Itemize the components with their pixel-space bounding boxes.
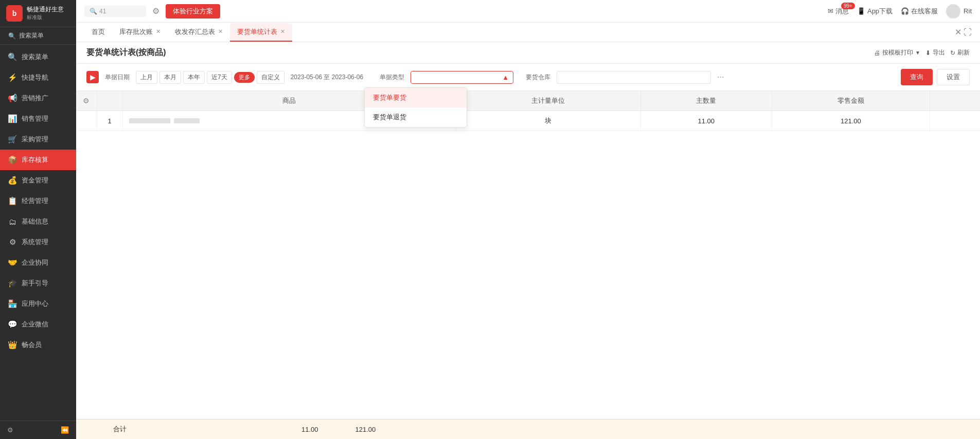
nav-icon-sales: 📊 [7, 114, 17, 124]
product-code-placeholder [174, 118, 200, 123]
tab-receipt[interactable]: 收发存汇总表 ✕ [168, 23, 230, 42]
tab-receipt-close[interactable]: ✕ [218, 28, 223, 35]
print-arrow: ▼ [915, 50, 920, 56]
dropdown-label-return: 要货单退货 [373, 113, 406, 121]
nav-label-operation: 经营管理 [22, 196, 48, 206]
refresh-btn[interactable]: ↻ 刷新 [950, 48, 970, 57]
sidebar-item-enterprise[interactable]: 🤝企业协同 [0, 252, 76, 273]
sidebar-item-search[interactable]: 🔍搜索菜单 [0, 47, 76, 67]
tab-batch-close[interactable]: ✕ [156, 28, 161, 35]
user-name: Rit [964, 7, 972, 15]
td-extra [930, 111, 980, 131]
tab-fullscreen-btn[interactable]: ⛶ [964, 27, 972, 37]
nav-label-sales: 销售管理 [22, 114, 48, 123]
tab-expand-btn[interactable]: ✕ [955, 27, 961, 37]
page-header: 要货单统计表(按商品) 🖨 按模板打印 ▼ ⬇ 导出 ↻ 刷新 [76, 42, 980, 64]
sidebar-item-sales[interactable]: 📊销售管理 [0, 108, 76, 129]
tab-order-summary[interactable]: 要货单统计表 ✕ [230, 23, 292, 42]
type-input[interactable] [415, 74, 502, 81]
warehouse-input[interactable] [561, 74, 706, 81]
sidebar-item-system[interactable]: ⚙系统管理 [0, 232, 76, 252]
nav-icon-guide: 🎓 [7, 278, 17, 288]
sidebar-item-wechat[interactable]: 💬企业微信 [0, 314, 76, 335]
page-content: 要货单统计表(按商品) 🖨 按模板打印 ▼ ⬇ 导出 ↻ 刷新 ▶ [76, 42, 980, 439]
message-icon: ✉ [828, 7, 833, 15]
app-download-label: App下载 [867, 7, 893, 16]
print-btn[interactable]: 🖨 按模板打印 ▼ [874, 48, 920, 57]
sidebar-search[interactable]: 🔍 搜索菜单 [0, 27, 76, 45]
warehouse-select[interactable] [557, 71, 711, 84]
date-btn-7days[interactable]: 近7天 [207, 71, 232, 84]
date-btn-last-month[interactable]: 上月 [136, 71, 157, 84]
sidebar-item-basic[interactable]: 🗂基础信息 [0, 211, 76, 232]
settings-icon[interactable]: ⚙ [7, 426, 13, 434]
refresh-icon: ↻ [950, 49, 955, 57]
collapse-icon[interactable]: ⏪ [61, 426, 69, 434]
phone-icon: 📱 [857, 7, 865, 15]
print-label: 按模板打印 [882, 48, 913, 57]
select-arrow-icon[interactable]: ▲ [502, 74, 509, 81]
gear-icon-topbar[interactable]: ⚙ [152, 6, 159, 16]
avatar [946, 4, 960, 19]
filter-expand-btn[interactable]: ▶ [86, 71, 99, 83]
filter-more-icon[interactable]: ··· [717, 72, 724, 82]
sidebar-item-inventory[interactable]: 📦库存核算 [0, 150, 76, 170]
dropdown-item-return[interactable]: 要货单退货 [365, 107, 467, 127]
tab-batch[interactable]: 库存批次账 ✕ [112, 23, 168, 42]
export-btn[interactable]: ⬇ 导出 [925, 48, 945, 57]
sidebar-item-member[interactable]: 👑畅会员 [0, 335, 76, 355]
col-extra [930, 91, 980, 111]
sidebar-item-finance[interactable]: 💰资金管理 [0, 170, 76, 191]
date-btn-this-year[interactable]: 本年 [183, 71, 205, 84]
nav-icon-search: 🔍 [7, 52, 17, 62]
type-select[interactable]: ▲ [411, 71, 513, 84]
sidebar-item-appstore[interactable]: 🏪应用中心 [0, 294, 76, 314]
dropdown-item-requisition[interactable]: 要货单要货 [365, 88, 467, 107]
topbar-search[interactable]: 🔍 41 [84, 6, 146, 17]
date-btn-more[interactable]: 更多 [234, 72, 255, 83]
col-settings-icon[interactable]: ⚙ [83, 97, 90, 105]
messages-badge[interactable]: ✉ 消息 99+ [828, 7, 849, 16]
nav-label-appstore: 应用中心 [22, 299, 48, 308]
sidebar-item-marketing[interactable]: 📢营销推广 [0, 88, 76, 108]
sidebar-item-operation[interactable]: 📋经营管理 [0, 191, 76, 211]
nav-icon-enterprise: 🤝 [7, 258, 17, 268]
topbar-right: ✉ 消息 99+ 📱 App下载 🎧 在线客服 Rit [828, 4, 972, 19]
col-no [97, 91, 122, 111]
user-menu[interactable]: Rit [946, 4, 972, 19]
nav-label-guide: 新手引导 [22, 279, 48, 288]
filter-bar: ▶ 单据日期 上月 本月 本年 近7天 更多 自定义 2023-05-06 至 … [76, 64, 980, 91]
nav-icon-member: 👑 [7, 340, 17, 350]
query-btn[interactable]: 查询 [901, 69, 933, 85]
nav-icon-finance: 💰 [7, 175, 17, 186]
sidebar-item-guide[interactable]: 🎓新手引导 [0, 273, 76, 294]
print-icon: 🖨 [874, 49, 880, 57]
app-logo: b 畅捷通好生意 标准版 [0, 0, 76, 27]
col-settings[interactable]: ⚙ [76, 91, 97, 111]
nav-icon-operation: 📋 [7, 196, 17, 206]
app-name: 畅捷通好生意 [27, 6, 64, 14]
online-service-label: 在线客服 [911, 7, 938, 16]
sidebar-item-shortcut[interactable]: ⚡快捷导航 [0, 67, 76, 88]
online-service[interactable]: 🎧 在线客服 [901, 7, 938, 16]
nav-label-system: 系统管理 [22, 237, 48, 247]
headset-icon: 🎧 [901, 7, 909, 15]
topbar: 🔍 41 ⚙ 体验行业方案 ✉ 消息 99+ 📱 App下载 🎧 在线客服 [76, 0, 980, 23]
nav-icon-shortcut: ⚡ [7, 72, 17, 83]
logo-icon: b [6, 5, 23, 22]
nav-label-shortcut: 快捷导航 [22, 73, 48, 82]
tab-home[interactable]: 首页 [84, 23, 112, 42]
type-label: 单据类型 [380, 73, 404, 82]
sidebar-item-purchase[interactable]: 🛒采购管理 [0, 129, 76, 150]
nav-label-marketing: 营销推广 [22, 94, 48, 103]
tab-order-summary-close[interactable]: ✕ [280, 28, 285, 35]
app-download[interactable]: 📱 App下载 [857, 7, 893, 16]
industry-btn[interactable]: 体验行业方案 [166, 4, 220, 19]
date-btn-this-month[interactable]: 本月 [159, 71, 181, 84]
footer-label: 合计 [82, 425, 127, 434]
settings-btn[interactable]: 设置 [937, 69, 970, 85]
tab-home-label: 首页 [92, 27, 105, 36]
nav-icon-appstore: 🏪 [7, 299, 17, 309]
date-btn-custom[interactable]: 自定义 [257, 71, 284, 84]
logo-text-block: 畅捷通好生意 标准版 [27, 6, 64, 21]
